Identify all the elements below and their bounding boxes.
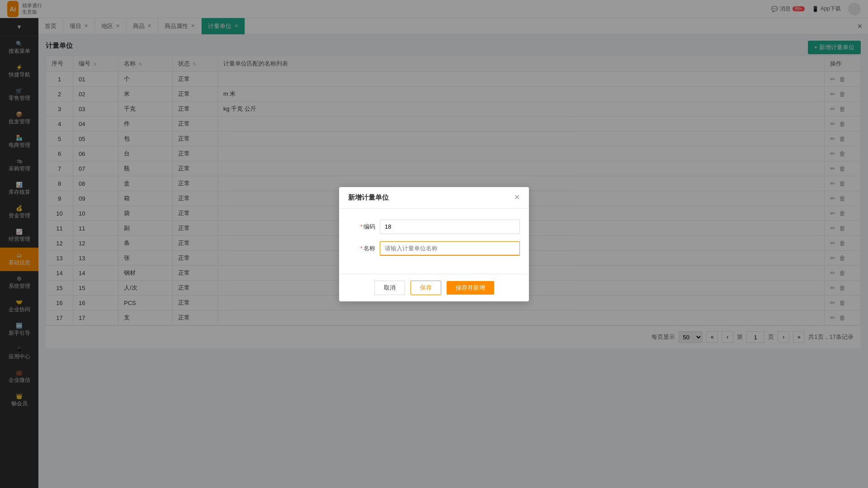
save-button[interactable]: 保存 [410,281,441,295]
modal-close-button[interactable]: ✕ [514,194,520,201]
code-input[interactable] [380,220,520,234]
form-row-name: *名称 [348,241,520,256]
modal-header: 新增计量单位 ✕ [339,187,529,209]
modal-overlay[interactable]: 新增计量单位 ✕ *编码 *名称 取消 保存 保存并新增 [0,0,868,488]
form-row-code: *编码 [348,220,520,234]
name-input[interactable] [380,241,520,256]
save-and-new-button[interactable]: 保存并新增 [447,281,494,295]
code-label: *编码 [348,223,375,231]
modal-body: *编码 *名称 [339,209,529,274]
name-label: *名称 [348,244,375,253]
modal-title: 新增计量单位 [348,193,389,202]
modal-footer: 取消 保存 保存并新增 [339,274,529,301]
cancel-button[interactable]: 取消 [374,281,405,295]
add-unit-modal: 新增计量单位 ✕ *编码 *名称 取消 保存 保存并新增 [339,187,529,301]
